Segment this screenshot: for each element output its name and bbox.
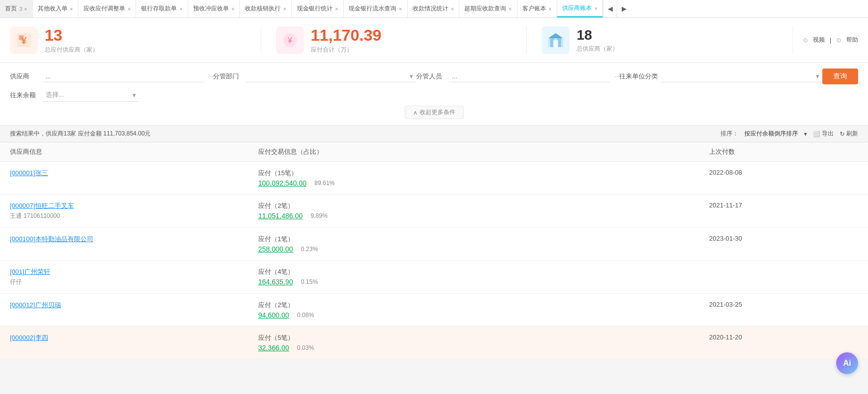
circle-icon2: ⊙ <box>836 37 841 44</box>
tx-label-1: 应付（2笔） <box>258 201 709 210</box>
person-input[interactable] <box>449 70 610 82</box>
tx-amount-2[interactable]: 258,000.00 <box>258 245 293 253</box>
tx-amount-3[interactable]: 164,635.90 <box>258 278 293 286</box>
tx-label-2: 应付（1笔） <box>258 235 709 244</box>
top-right-links: ⊙ 视频 | ⊙ 帮助 <box>793 36 858 44</box>
supplier-name-5[interactable]: [000002]李四 <box>10 333 258 342</box>
nav-tab-receipt-verify-label: 收款核销执行 <box>245 4 281 13</box>
last-date-value-2: 2023-01-30 <box>709 235 742 242</box>
nav-tab-supplier-ledger-close[interactable]: × <box>594 5 597 11</box>
result-summary: 搜索结果中，供应商13家 应付金额 111,703,854.00元 <box>10 130 150 138</box>
supplier-name-1[interactable]: [000007]恒旺二手叉车 <box>10 201 258 210</box>
nav-tab-cash-bank-query-label: 现金银行流水查询 <box>349 4 396 13</box>
supplier-input[interactable] <box>43 70 204 82</box>
nav-tab-cash-bank-query-close[interactable]: × <box>399 6 402 12</box>
category-label: 往来单位分类 <box>619 72 658 81</box>
dept-select[interactable]: ▾ <box>246 70 416 82</box>
tx-amount-5[interactable]: 32,366.00 <box>258 344 289 352</box>
table-area: 供应商信息 应付交易信息（占比） 上次付数 [000001]张三 应付（15笔）… <box>0 142 868 359</box>
nav-tab-prepaid-ar-label: 预收冲应收单 <box>193 4 229 13</box>
card3-label: 总供应商（家） <box>577 45 618 53</box>
nav-tab-overdue-ar[interactable]: 超期应收款查询 × <box>459 0 517 17</box>
supplier-label: 供应商 <box>10 72 40 81</box>
query-button[interactable]: 查询 <box>822 68 858 84</box>
tx-percent-0: 89.61% <box>314 180 335 187</box>
tx-percent-2: 0.23% <box>301 246 318 253</box>
result-actions: 排序： 按应付余额倒序排序 ▾ ⬜ 导出 ↻ 刷新 <box>721 130 858 138</box>
nav-tab-prepaid-ar[interactable]: 预收冲应收单 × <box>188 0 240 17</box>
col-header-supplier: 供应商信息 <box>10 147 258 156</box>
card2-value: 11,170.39 <box>311 26 381 45</box>
nav-tab-ar-ap-adjust-close[interactable]: × <box>128 6 131 12</box>
last-date-value-4: 2021-03-25 <box>709 301 742 308</box>
filter-dept: 分管部门 ▾ <box>213 70 416 82</box>
nav-tab-ar-ap-adjust-label: 应收应付调整单 <box>83 4 125 13</box>
nav-tab-home[interactable]: 首页 3 × <box>0 0 33 17</box>
category-select[interactable]: ▾ <box>661 70 822 82</box>
nav-tab-cash-bank-stat-label: 现金银行统计 <box>297 4 333 13</box>
nav-tab-supplier-ledger[interactable]: 供应商账本 × <box>557 0 603 17</box>
tx-label-3: 应付（4笔） <box>258 267 709 276</box>
filter-balance: 往来余额 选择... ▾ <box>10 88 139 102</box>
balance-select[interactable]: 选择... ▾ <box>43 88 139 102</box>
refresh-button[interactable]: ↻ 刷新 <box>840 130 858 138</box>
supplier-name-0[interactable]: [000001]张三 <box>10 169 258 178</box>
col-header-tx: 应付交易信息（占比） <box>258 147 709 156</box>
tx-amount-4[interactable]: 94,600.00 <box>258 311 289 319</box>
card1-text: 13 总应付供应商（家） <box>45 26 98 54</box>
filter-row-1: 供应商 ··· 分管部门 ▾ 分管人员 ··· 往来单位分类 ▾ 查询 <box>10 68 858 84</box>
tx-row-3: 164,635.90 0.15% <box>258 278 709 286</box>
nav-tab-ar-ap-adjust[interactable]: 应收应付调整单 × <box>78 0 136 17</box>
nav-tab-customer-ledger-close[interactable]: × <box>549 6 552 12</box>
nav-tab-receipt-stat-label: 收款情况统计 <box>413 4 448 13</box>
nav-tab-customer-ledger[interactable]: 客户账本 × <box>517 0 557 17</box>
tx-row-2: 258,000.00 0.23% <box>258 245 709 253</box>
tx-percent-4: 0.08% <box>297 312 314 319</box>
tx-amount-0[interactable]: 100,092,540.00 <box>258 179 306 187</box>
help-link[interactable]: 帮助 <box>846 36 858 44</box>
tx-label-0: 应付（15笔） <box>258 169 709 178</box>
sort-label: 排序： <box>721 130 738 138</box>
nav-tab-other-income-close[interactable]: × <box>70 6 73 12</box>
video-link[interactable]: 视频 <box>813 36 825 44</box>
nav-tab-cash-bank-query[interactable]: 现金银行流水查询 × <box>344 0 407 17</box>
nav-tab-overdue-ar-close[interactable]: × <box>508 6 511 12</box>
nav-tab-receipt-stat-close[interactable]: × <box>451 6 454 12</box>
nav-tab-cash-bank-stat[interactable]: 现金银行统计 × <box>292 0 344 17</box>
nav-prev-arrow[interactable]: ◀ <box>603 0 617 17</box>
nav-tab-receipt-verify[interactable]: 收款核销执行 × <box>240 0 291 17</box>
nav-tab-cash-bank-stat-close[interactable]: × <box>335 6 338 12</box>
supplier-info-0: [000001]张三 <box>10 169 258 178</box>
nav-tab-receipt-verify-close[interactable]: × <box>283 6 286 12</box>
collapse-button[interactable]: ∧ 收起更多条件 <box>405 106 464 119</box>
supplier-name-4[interactable]: [000012]广州贝瑞 <box>10 301 258 310</box>
export-icon: ⬜ <box>813 131 820 137</box>
export-button[interactable]: ⬜ 导出 <box>813 130 834 138</box>
tx-row-0: 100,092,540.00 89.61% <box>258 179 709 187</box>
sort-value[interactable]: 按应付余额倒序排序 <box>744 130 798 138</box>
supplier-info-1: [000007]恒旺二手叉车 王通 17106110000 <box>10 201 258 220</box>
summary-card-total-payable: ¥ 11,170.39 应付合计（万） <box>261 26 527 54</box>
supplier-name-2[interactable]: [000100]本特勤油品有限公司 <box>10 235 258 244</box>
total-payable-icon: ¥ <box>276 26 304 54</box>
tx-info-2: 应付（1笔） 258,000.00 0.23% <box>258 235 709 253</box>
table-row: [000001]张三 应付（15笔） 100,092,540.00 89.61%… <box>0 162 868 195</box>
nav-tab-other-income[interactable]: 其他收入单 × <box>33 0 78 17</box>
person-more-btn[interactable]: ··· <box>615 73 619 79</box>
dept-chevron-icon: ▾ <box>410 72 413 80</box>
nav-next-arrow[interactable]: ▶ <box>617 0 631 17</box>
nav-tab-receipt-stat[interactable]: 收款情况统计 × <box>408 0 459 17</box>
card3-text: 18 总供应商（家） <box>577 27 618 53</box>
payable-suppliers-icon: ¥ <box>10 26 38 54</box>
tx-amount-1[interactable]: 11,051,486.00 <box>258 212 303 220</box>
balance-label: 往来余额 <box>10 91 40 100</box>
svg-rect-8 <box>553 40 558 47</box>
nav-tab-bank-deposit[interactable]: 银行存取款单 × <box>136 0 188 17</box>
nav-tab-prepaid-ar-close[interactable]: × <box>231 6 234 12</box>
supplier-more-btn[interactable]: ··· <box>209 73 213 79</box>
supplier-info-2: [000100]本特勤油品有限公司 <box>10 235 258 244</box>
nav-tab-bank-deposit-close[interactable]: × <box>179 6 182 12</box>
last-date-1: 2021-11-17 <box>709 201 858 209</box>
tx-info-4: 应付（2笔） 94,600.00 0.08% <box>258 301 709 319</box>
supplier-name-3[interactable]: [001]广州荣轩 <box>10 267 258 276</box>
